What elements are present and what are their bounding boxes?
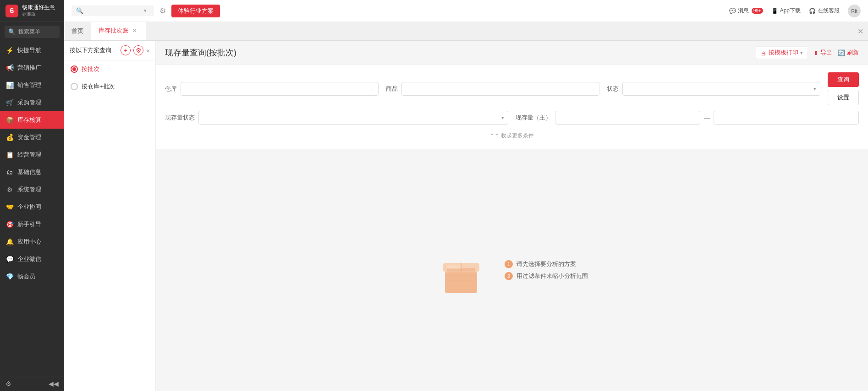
product-more-icon[interactable]: ··· <box>591 86 595 92</box>
sidebar-collapse-btn[interactable]: ◀◀ <box>49 380 59 387</box>
user-name: Rit <box>851 8 857 14</box>
messages-action[interactable]: 💬 消息 99+ <box>729 7 763 15</box>
sidebar-logo: 6 畅康通好生意 标准版 <box>0 0 64 22</box>
tip-num-2: 2 <box>505 272 513 280</box>
sidebar-item-wechat[interactable]: 💬 企业微信 <box>0 250 64 268</box>
product-input[interactable]: ··· <box>401 82 599 96</box>
sidebar-item-label: 销售管理 <box>17 81 41 89</box>
sidebar-item-label: 资金管理 <box>17 133 41 141</box>
sidebar-item-appstore[interactable]: 🔔 应用中心 <box>0 233 64 250</box>
online-service-action[interactable]: 🎧 在线客服 <box>809 7 840 15</box>
empty-illustration <box>436 243 491 298</box>
warehouse-input[interactable]: ··· <box>181 82 379 96</box>
avatar: Rit <box>848 5 861 17</box>
header-search-input[interactable] <box>86 8 141 14</box>
sidebar-item-label: 营销推广 <box>17 64 41 72</box>
experience-btn[interactable]: 体验行业方案 <box>171 5 220 17</box>
status-dropdown-icon[interactable]: ▾ <box>813 86 816 92</box>
svg-rect-5 <box>447 265 461 269</box>
qty-min-input[interactable] <box>555 111 700 125</box>
sidebar-item-label: 系统管理 <box>17 185 41 194</box>
sidebar-item-label: 企业微信 <box>17 255 41 263</box>
sidebar-item-label: 采购管理 <box>17 98 41 107</box>
sidebar-item-operation[interactable]: 📋 经营管理 <box>0 146 64 163</box>
content-area: 现存量查询(按批次) 🖨 按模板打印 ▾ ⬆ 导出 🔄 刷新 <box>156 41 868 391</box>
warehouse-more-icon[interactable]: ··· <box>370 86 374 92</box>
sidebar-scroll: ⚡ 快捷导航 📢 营销推广 📊 销售管理 🛒 采购管理 📦 库存核算 💰 资金管… <box>0 42 64 376</box>
scheme-item-by-batch[interactable]: 按批次 <box>64 60 155 78</box>
tab-home[interactable]: 首页 <box>64 22 91 40</box>
top-header: 🔍 ▾ ⚙ 体验行业方案 💬 消息 99+ 📱 App下载 🎧 在线客服 <box>64 0 868 22</box>
sidebar-item-finance[interactable]: 💰 资金管理 <box>0 129 64 146</box>
filter-warehouse: 仓库 ··· <box>165 82 379 96</box>
sidebar-settings-btn[interactable]: ⚙ <box>5 380 11 387</box>
sidebar-item-label: 企业协同 <box>17 203 41 211</box>
print-btn[interactable]: 🖨 按模板打印 ▾ <box>756 46 808 59</box>
print-dropdown-icon[interactable]: ▾ <box>800 50 803 56</box>
qty-max-input[interactable] <box>714 111 859 125</box>
filter-inventory-status: 现存量状态 ▾ <box>165 111 508 125</box>
filter-status: 状态 ▾ <box>607 82 820 96</box>
messages-badge: 99+ <box>752 8 763 14</box>
warehouse-label: 仓库 <box>165 85 177 93</box>
scheme-panel-actions: + ⚙ « <box>121 45 150 55</box>
header-search-box[interactable]: 🔍 ▾ <box>71 5 154 16</box>
sidebar-item-label: 库存核算 <box>17 116 41 124</box>
sales-icon: 📊 <box>5 81 14 89</box>
sidebar-item-quick-nav[interactable]: ⚡ 快捷导航 <box>0 42 64 59</box>
sidebar-item-purchase[interactable]: 🛒 采购管理 <box>0 94 64 111</box>
scheme-item-by-warehouse-batch[interactable]: 按仓库+批次 <box>64 78 155 95</box>
sidebar-item-sales[interactable]: 📊 销售管理 <box>0 76 64 94</box>
product-label: 商品 <box>386 85 398 93</box>
inventory-status-dropdown-icon[interactable]: ▾ <box>501 115 504 121</box>
sidebar-item-enterprise[interactable]: 🤝 企业协同 <box>0 198 64 216</box>
filter-area: 仓库 ··· 商品 ··· <box>156 65 868 149</box>
scheme-label-by-warehouse-batch: 按仓库+批次 <box>82 82 115 91</box>
sidebar-item-label: 畅会员 <box>17 272 35 281</box>
sidebar: 6 畅康通好生意 标准版 🔍 搜索菜单 ⚡ 快捷导航 📢 营销推广 📊 销售管理… <box>0 0 64 391</box>
empty-tips: 1 请先选择要分析的方案 2 用过滤条件来缩小分析范围 <box>505 260 588 280</box>
marketing-icon: 📢 <box>5 64 14 72</box>
empty-svg <box>436 243 491 298</box>
export-btn[interactable]: ⬆ 导出 <box>813 49 832 57</box>
app-download-action[interactable]: 📱 App下载 <box>771 7 801 15</box>
filter-inventory-qty: 现存量（主） — <box>516 111 859 125</box>
phone-icon: 📱 <box>771 8 778 14</box>
query-btn[interactable]: 查询 <box>828 72 859 87</box>
empty-tip-1: 1 请先选择要分析的方案 <box>505 260 588 268</box>
refresh-btn[interactable]: 🔄 刷新 <box>838 49 859 57</box>
scheme-panel-title: 按以下方案查询 <box>70 46 111 54</box>
status-select[interactable]: ▾ <box>622 82 820 96</box>
purchase-icon: 🛒 <box>5 98 14 107</box>
sidebar-search[interactable]: 🔍 搜索菜单 <box>5 26 60 38</box>
sidebar-item-label: 经营管理 <box>17 151 41 159</box>
header-settings-icon[interactable]: ⚙ <box>159 6 166 15</box>
scheme-settings-btn[interactable]: ⚙ <box>133 45 143 55</box>
tab-close-icon[interactable]: ✕ <box>131 27 138 34</box>
messages-icon: 💬 <box>729 8 736 14</box>
sidebar-item-marketing[interactable]: 📢 营销推广 <box>0 59 64 76</box>
sidebar-item-member[interactable]: 💎 畅会员 <box>0 268 64 285</box>
sidebar-item-inventory[interactable]: 📦 库存核算 <box>0 111 64 129</box>
quick-nav-icon: ⚡ <box>5 46 14 54</box>
collapse-more[interactable]: ⌃⌃ 收起更多条件 <box>165 130 859 141</box>
scheme-add-btn[interactable]: + <box>121 45 131 55</box>
app-name: 畅康通好生意 <box>22 4 55 11</box>
sidebar-item-basic[interactable]: 🗂 基础信息 <box>0 163 64 181</box>
search-dropdown-icon[interactable]: ▾ <box>144 8 147 14</box>
tip-num-1: 1 <box>505 260 513 268</box>
tab-inventory-batch[interactable]: 库存批次账 ✕ <box>91 22 146 40</box>
user-avatar[interactable]: Rit <box>848 5 861 17</box>
page-title-bar: 现存量查询(按批次) 🖨 按模板打印 ▾ ⬆ 导出 🔄 刷新 <box>156 41 868 65</box>
scheme-panel-header: 按以下方案查询 + ⚙ « <box>64 41 155 60</box>
inventory-status-select[interactable]: ▾ <box>198 111 508 125</box>
print-btn-label: 按模板打印 <box>769 49 798 57</box>
sidebar-item-system[interactable]: ⚙ 系统管理 <box>0 181 64 198</box>
sidebar-item-newuser[interactable]: 🎯 新手引导 <box>0 216 64 233</box>
tab-close-all[interactable]: ✕ <box>857 27 863 36</box>
status-label: 状态 <box>607 85 619 93</box>
export-icon: ⬆ <box>813 49 819 56</box>
scheme-collapse-btn[interactable]: « <box>146 47 150 54</box>
newuser-icon: 🎯 <box>5 220 14 228</box>
setting-btn[interactable]: 设置 <box>828 90 859 105</box>
